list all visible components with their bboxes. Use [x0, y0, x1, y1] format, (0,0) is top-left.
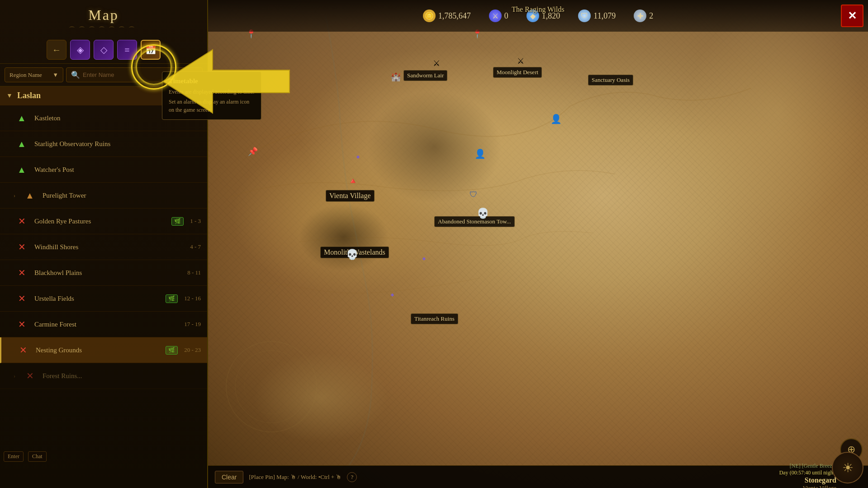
- shield-icon: 🛡: [578, 9, 591, 22]
- nesting-grounds-icon: ✕: [15, 342, 31, 358]
- tooltip-text-line1: Events are displayed according to time.: [169, 88, 255, 96]
- list-item-windhill[interactable]: ✕ Windhill Shores 4 - 7: [0, 234, 207, 260]
- chat-button[interactable]: Chat: [28, 451, 47, 462]
- world-compass: ☀: [832, 452, 863, 483]
- region-chevron-icon: ▼: [6, 92, 14, 99]
- golden-rye-icon: ✕: [14, 213, 30, 229]
- partial-name: Forest Ruins...: [43, 372, 201, 380]
- gold-value: 1,785,647: [438, 11, 471, 21]
- clear-button[interactable]: Clear: [215, 471, 243, 483]
- carmine-level: 17 - 19: [184, 321, 201, 328]
- sword-value: 0: [504, 11, 508, 21]
- urstella-icon: ✕: [14, 290, 30, 307]
- filter-chevron-icon: ▼: [52, 71, 58, 79]
- timetable-tooltip: Timetable Events are displayed according…: [162, 71, 261, 120]
- partial-expand-icon: ›: [14, 373, 15, 379]
- golden-rye-level: 1 - 3: [190, 218, 201, 225]
- carmine-name: Carmine Forest: [34, 321, 178, 328]
- enter-button[interactable]: Enter: [4, 451, 24, 462]
- top-bar: The Raging Wilds 🪙 1,785,647 ⚔ 0 ◆ 1,820…: [208, 0, 868, 32]
- list-item-partial[interactable]: › ✕ Forest Ruins...: [0, 363, 207, 389]
- urstella-level: 12 - 16: [184, 295, 201, 302]
- pin-hint: [Place Pin] Map: 🖱 / World: •Ctrl + 🖱: [249, 474, 342, 481]
- title-ornament-top: ⌒⌒⌒⌒⌒⌒⌒: [0, 26, 207, 34]
- carmine-icon: ✕: [14, 316, 30, 332]
- watchers-post-name: Watcher's Post: [34, 166, 201, 174]
- nesting-grounds-name: Nesting Grounds: [36, 346, 159, 354]
- purelight-name: Purelight Tower: [43, 192, 201, 199]
- nav-world-button[interactable]: ◈: [70, 40, 90, 60]
- map-icon-skull-1: 💀: [476, 207, 489, 220]
- map-icon-player[interactable]: 🔺: [346, 174, 360, 188]
- filter-label: Region Name: [9, 71, 42, 79]
- map-region-title: The Raging Wilds: [512, 5, 564, 14]
- location-region: Stonegard: [805, 476, 836, 484]
- map-icon-marker-2: ⬥: [351, 149, 365, 163]
- time-info: Day (00:57:40 until night): [779, 469, 836, 476]
- resource-sword: ⚔ 0: [489, 9, 508, 22]
- windhill-level: 4 - 7: [190, 243, 201, 251]
- nav-back-button[interactable]: ←: [47, 40, 66, 60]
- list-item-purelight[interactable]: › ▲ Purelight Tower: [0, 183, 207, 208]
- region-name: Laslan: [17, 91, 41, 100]
- list-item-golden-rye[interactable]: ✕ Golden Rye Pastures 🌿 1 - 3: [0, 208, 207, 234]
- region-list: ▼ Laslan ▲ Kastleton ▲ Starlight Observa…: [0, 86, 207, 488]
- blackhowl-level: 8 - 11: [187, 269, 201, 276]
- map-icon-enemy-2[interactable]: ⚔: [514, 54, 527, 68]
- nav-timetable-button[interactable]: 📅: [141, 40, 161, 60]
- map-icon-castle-2: 🛡: [467, 188, 480, 201]
- partial-icon: ✕: [22, 368, 38, 384]
- resource-gold: 🪙 1,785,647: [423, 9, 471, 22]
- blackhowl-icon: ✕: [14, 265, 30, 281]
- cross-value: 2: [649, 11, 653, 21]
- map-icon-marker-3: ⬥: [385, 287, 399, 301]
- nesting-grounds-badge: 🌿: [166, 346, 178, 355]
- sword-icon: ⚔: [489, 9, 502, 22]
- starlight-name: Starlight Observatory Ruins: [34, 140, 201, 148]
- windhill-icon: ✕: [14, 239, 30, 255]
- filter-select[interactable]: Region Name ▼: [5, 67, 63, 82]
- cross-icon: ✚: [634, 9, 646, 22]
- tooltip-title: Timetable: [169, 77, 255, 85]
- nav-icons-bar: ← ◈ ◇ ≡ 📅: [0, 36, 207, 64]
- resource-shield: 🛡 11,079: [578, 9, 616, 22]
- list-item-urstella[interactable]: ✕ Urstella Fields 🌿 12 - 16: [0, 286, 207, 312]
- golden-rye-badge: 🌿: [171, 217, 184, 226]
- svg-point-2: [244, 360, 299, 414]
- purelight-icon: ▲: [22, 187, 38, 204]
- search-icon: 🔍: [71, 71, 80, 79]
- svg-point-1: [235, 351, 308, 423]
- help-icon[interactable]: ?: [347, 472, 357, 482]
- map-icon-marker-4: ⬥: [417, 251, 431, 265]
- windhill-name: Windhill Shores: [34, 243, 184, 251]
- golden-rye-name: Golden Rye Pastures: [34, 218, 165, 225]
- map-icon-person-2: 👤: [549, 112, 563, 126]
- map-background: Sandworm Lair Moonlight Desert Sanctuary…: [208, 0, 868, 488]
- blackhowl-name: Blackhowl Plains: [34, 269, 181, 277]
- kastleton-icon: ▲: [14, 110, 30, 126]
- nav-filter-button[interactable]: ≡: [117, 40, 137, 60]
- list-item-carmine[interactable]: ✕ Carmine Forest 17 - 19: [0, 312, 207, 337]
- starlight-icon: ▲: [14, 136, 30, 152]
- list-item-blackhowl[interactable]: ✕ Blackhowl Plains 8 - 11: [0, 260, 207, 286]
- shield-value: 11,079: [593, 11, 616, 21]
- wind-info: [NE] [Gentle Breeze]: [790, 463, 836, 469]
- map-icon-person-1: 👤: [473, 147, 487, 161]
- map-icon-enemy-1[interactable]: ⚔: [430, 57, 443, 70]
- watchers-post-icon: ▲: [14, 161, 30, 178]
- urstella-name: Urstella Fields: [34, 295, 159, 303]
- gold-icon: 🪙: [423, 9, 436, 22]
- bottom-left-info: Enter Chat: [4, 451, 47, 462]
- list-item-nesting-grounds[interactable]: ✕ Nesting Grounds 🌿 20 - 23: [0, 337, 207, 363]
- tooltip-text-line2: Set an alarm to display an alarm icon on…: [169, 98, 255, 114]
- close-button[interactable]: ✕: [841, 5, 863, 27]
- status-bar: Clear [Place Pin] Map: 🖱 / World: •Ctrl …: [208, 465, 868, 488]
- nesting-grounds-level: 20 - 23: [184, 346, 201, 354]
- map-icon-skull-2: 💀: [345, 248, 359, 261]
- location-info: [NE] [Gentle Breeze] Day (00:57:40 until…: [779, 463, 836, 488]
- nav-waypoint-button[interactable]: ◇: [94, 40, 114, 60]
- urstella-badge: 🌿: [166, 294, 178, 303]
- list-item-watchers-post[interactable]: ▲ Watcher's Post: [0, 157, 207, 183]
- list-item-starlight[interactable]: ▲ Starlight Observatory Ruins: [0, 131, 207, 157]
- map-icon-castle-1: 🏰: [389, 70, 403, 84]
